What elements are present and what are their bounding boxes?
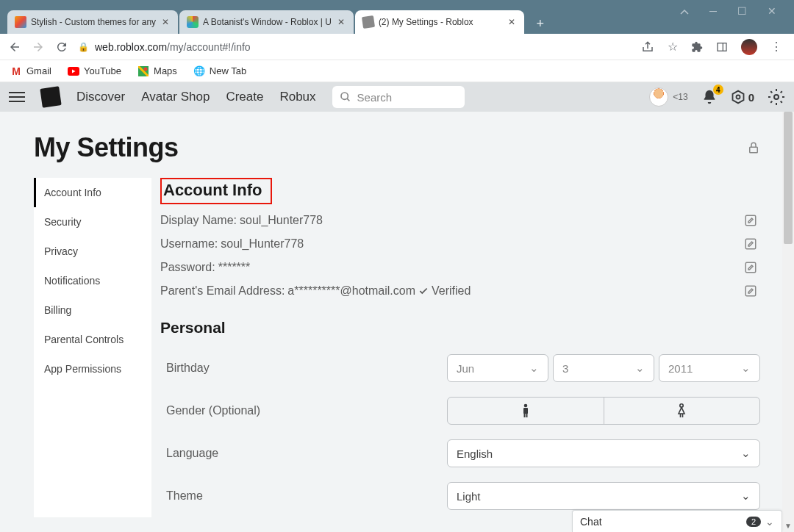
sidebar-item-notifications[interactable]: Notifications [34,266,151,295]
back-button[interactable] [7,40,22,54]
profile-avatar[interactable] [741,39,757,55]
sidebar-item-app-permissions[interactable]: App Permissions [34,354,151,384]
tab-title: Stylish - Custom themes for any [31,17,156,27]
verified-label: Verified [432,284,471,298]
gender-female-button[interactable] [604,398,760,424]
chat-count-badge: 2 [746,517,761,527]
browser-tab[interactable]: A Botanist's Window - Roblox | U ✕ [179,10,354,34]
display-name-row: Display Name: soul_Hunter778 [160,209,760,232]
url-field[interactable]: 🔒 web.roblox.com/my/account#!/info [78,41,632,53]
panel-icon[interactable] [716,41,728,53]
share-icon[interactable] [641,40,654,54]
bookmark-maps[interactable]: Maps [137,65,177,77]
nav-robux[interactable]: Robux [279,90,315,104]
nav-avatar-shop[interactable]: Avatar Shop [141,90,210,104]
chevron-down-icon: ⌄ [741,447,751,460]
scroll-thumb[interactable] [784,112,793,244]
notif-count-badge: 4 [713,85,723,95]
roblox-logo-icon[interactable] [40,86,61,107]
window-controls: ─ ☐ ✕ [662,0,794,22]
edit-icon[interactable] [744,237,760,251]
scroll-down-icon[interactable]: ▼ [784,522,793,531]
svg-line-6 [347,98,349,101]
reload-button[interactable] [54,40,69,54]
svg-rect-16 [523,408,528,414]
edit-icon[interactable] [744,261,760,274]
birthday-day-select[interactable]: 3⌄ [553,354,654,382]
svg-point-15 [523,404,527,408]
section-heading-account: Account Info [163,181,262,200]
window-maximize-icon[interactable]: ☐ [737,5,747,17]
settings-gear-icon[interactable] [768,88,785,106]
svg-point-8 [736,96,740,99]
window-titlebar: ─ ☐ ✕ [0,0,794,9]
menu-dots-icon[interactable]: ⋮ [770,40,782,54]
tab-close-icon[interactable]: ✕ [336,17,346,27]
maps-icon [137,65,149,77]
language-select[interactable]: English⌄ [447,439,760,467]
page-lock-icon[interactable] [747,141,760,154]
edit-icon[interactable] [744,214,760,227]
svg-rect-11 [745,215,756,226]
male-icon [521,403,531,418]
bookmark-newtab[interactable]: 🌐 New Tab [193,65,246,77]
svg-rect-12 [745,239,756,249]
hamburger-menu[interactable] [9,92,25,102]
chat-bar[interactable]: Chat 2 ⌄ [572,510,782,532]
sidebar-item-privacy[interactable]: Privacy [34,237,151,266]
nav-discover[interactable]: Discover [76,90,125,104]
browser-tab[interactable]: Stylish - Custom themes for any ✕ [7,10,178,34]
bookmark-gmail[interactable]: M Gmail [10,65,51,77]
username-value: soul_Hunter778 [221,237,304,251]
age-chip[interactable]: <13 [649,87,687,107]
window-close-icon[interactable]: ✕ [768,5,776,17]
tab-close-icon[interactable]: ✕ [160,17,171,27]
gmail-icon: M [10,65,22,77]
sidebar-item-security[interactable]: Security [34,207,151,237]
sidebar-item-billing[interactable]: Billing [34,295,151,325]
birthday-row: Birthday Jun⌄ 3⌄ 2011⌄ [160,347,760,389]
robux-balance[interactable]: 0 [731,90,754,104]
birthday-month-select[interactable]: Jun⌄ [447,354,548,382]
svg-rect-10 [750,147,758,153]
display-name-value: soul_Hunter778 [240,214,323,227]
tab-close-icon[interactable]: ✕ [507,17,517,27]
svg-rect-18 [526,413,527,417]
svg-marker-7 [732,91,743,104]
favicon-icon [362,15,375,29]
search-placeholder: Search [357,91,393,104]
section-heading-personal: Personal [160,319,760,337]
svg-rect-17 [523,413,525,417]
settings-sidebar: Account Info Security Privacy Notificati… [34,178,151,517]
bookmark-youtube[interactable]: YouTube [68,65,121,77]
search-input[interactable]: Search [332,86,465,108]
svg-point-9 [774,95,779,99]
svg-point-5 [341,93,348,99]
new-tab-button[interactable]: + [530,13,551,34]
window-minimize-icon[interactable] [680,7,689,15]
extensions-icon[interactable] [691,41,703,53]
svg-point-4 [144,67,148,71]
bookmark-star-icon[interactable]: ☆ [668,40,678,54]
forward-button[interactable] [31,40,46,54]
scrollbar[interactable]: ▼ [782,112,794,532]
url-domain: web.roblox.com [95,41,167,53]
edit-icon[interactable] [744,284,760,298]
theme-select[interactable]: Light⌄ [447,482,760,510]
svg-rect-14 [745,286,756,296]
favicon-icon [187,16,198,28]
language-row: Language English⌄ [160,432,760,475]
browser-tab-active[interactable]: (2) My Settings - Roblox ✕ [355,10,524,34]
sidebar-item-account-info[interactable]: Account Info [34,178,151,207]
tab-title: A Botanist's Window - Roblox | U [203,17,332,27]
address-actions: ☆ ⋮ [641,39,787,55]
nav-create[interactable]: Create [226,90,263,104]
gender-male-button[interactable] [448,398,604,424]
window-minimize2-icon[interactable]: ─ [709,5,717,17]
notifications-button[interactable]: 4 [701,89,718,105]
checkmark-icon [418,286,429,296]
sidebar-item-parental-controls[interactable]: Parental Controls [34,325,151,354]
chevron-down-icon: ⌄ [741,362,751,375]
password-value: ******* [218,261,251,274]
birthday-year-select[interactable]: 2011⌄ [659,354,760,382]
